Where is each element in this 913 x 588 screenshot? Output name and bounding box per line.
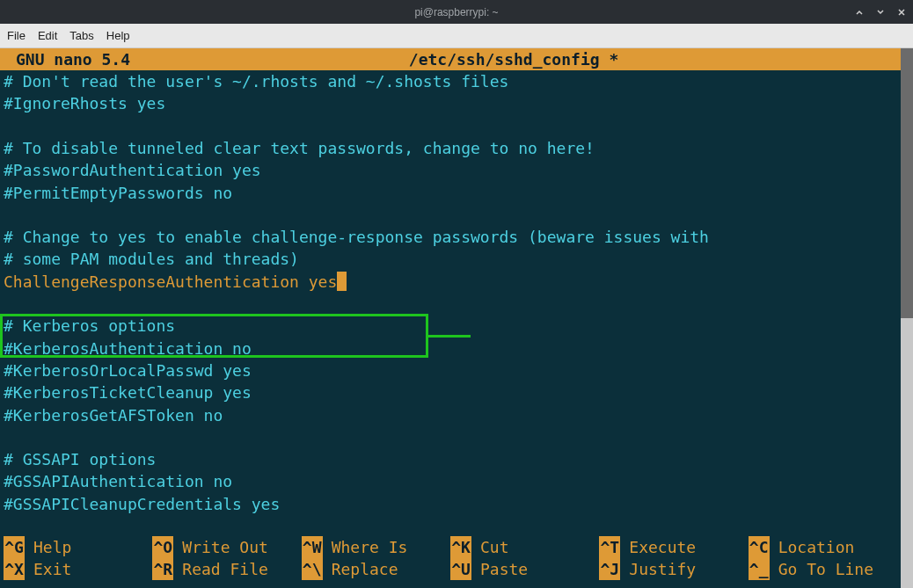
shortcut-key: ^C bbox=[749, 536, 770, 558]
menu-tabs[interactable]: Tabs bbox=[69, 29, 93, 42]
editor-line: #KerberosOrLocalPasswd yes bbox=[4, 359, 909, 381]
window-title: pi@raspberrypi: ~ bbox=[414, 6, 498, 18]
editor-content[interactable]: # Don't read the user's ~/.rhosts and ~/… bbox=[0, 70, 913, 515]
shortcut-key: ^\ bbox=[302, 558, 323, 580]
shortcut-replace: ^\ Replace bbox=[302, 558, 450, 580]
nano-header: GNU nano 5.4 /etc/ssh/sshd_config * bbox=[0, 48, 901, 70]
editor-line-highlighted: ChallengeResponseAuthentication yes bbox=[4, 271, 909, 293]
shortcut-label: Read File bbox=[182, 558, 268, 580]
shortcut-label: Cut bbox=[480, 536, 509, 558]
minimize-icon[interactable] bbox=[853, 6, 866, 18]
editor-line bbox=[4, 115, 909, 137]
editor-line: # Change to yes to enable challenge-resp… bbox=[4, 226, 909, 248]
shortcut-key: ^O bbox=[152, 536, 173, 558]
editor-line bbox=[4, 204, 909, 226]
shortcut-key: ^K bbox=[450, 536, 471, 558]
editor-line: #IgnoreRhosts yes bbox=[4, 92, 909, 114]
close-icon[interactable] bbox=[895, 6, 908, 18]
maximize-icon[interactable] bbox=[874, 6, 887, 18]
menubar: File Edit Tabs Help bbox=[0, 24, 913, 48]
shortcut-help: ^G Help bbox=[4, 536, 152, 558]
titlebar: pi@raspberrypi: ~ bbox=[0, 0, 913, 24]
shortcut-key: ^X bbox=[4, 558, 25, 580]
shortcut-label: Paste bbox=[480, 558, 528, 580]
editor-line: # GSSAPI options bbox=[4, 448, 909, 470]
shortcut-key: ^U bbox=[450, 558, 471, 580]
shortcut-location: ^C Location bbox=[749, 536, 897, 558]
scrollbar[interactable] bbox=[901, 48, 913, 588]
menu-file[interactable]: File bbox=[7, 29, 26, 42]
highlighted-text: ChallengeResponseAuthentication yes bbox=[4, 271, 337, 293]
shortcut-label: Write Out bbox=[182, 536, 268, 558]
window-controls bbox=[853, 6, 908, 18]
editor-line: #GSSAPICleanupCredentials yes bbox=[4, 493, 909, 515]
footer-row-2: ^X Exit ^R Read File ^\ Replace ^U Paste… bbox=[0, 558, 901, 580]
editor-line: # Kerberos options bbox=[4, 315, 909, 337]
shortcut-exit: ^X Exit bbox=[4, 558, 152, 580]
editor-line: # Don't read the user's ~/.rhosts and ~/… bbox=[4, 70, 909, 92]
editor-line: # To disable tunneled clear text passwor… bbox=[4, 137, 909, 159]
menu-edit[interactable]: Edit bbox=[38, 29, 57, 42]
shortcut-justify: ^J Justify bbox=[599, 558, 748, 580]
shortcut-label: Replace bbox=[332, 558, 398, 580]
scrollbar-thumb[interactable] bbox=[901, 48, 913, 318]
editor-line: #KerberosGetAFSToken no bbox=[4, 403, 909, 425]
shortcut-label: Exit bbox=[33, 558, 71, 580]
shortcut-key: ^W bbox=[302, 536, 323, 558]
nano-footer: ^G Help ^O Write Out ^W Where Is ^K Cut … bbox=[0, 536, 901, 580]
shortcut-key: ^J bbox=[599, 558, 620, 580]
shortcut-key: ^G bbox=[4, 536, 25, 558]
nano-version: GNU nano 5.4 bbox=[4, 48, 130, 70]
nano-filename: /etc/ssh/sshd_config * bbox=[130, 48, 897, 70]
shortcut-gotoline: ^_ Go To Line bbox=[749, 558, 897, 580]
shortcut-whereis: ^W Where Is bbox=[302, 536, 450, 558]
editor-line: #KerberosTicketCleanup yes bbox=[4, 381, 909, 403]
editor-line: #GSSAPIAuthentication no bbox=[4, 470, 909, 492]
shortcut-execute: ^T Execute bbox=[599, 536, 748, 558]
shortcut-key: ^R bbox=[152, 558, 173, 580]
shortcut-writeout: ^O Write Out bbox=[152, 536, 301, 558]
editor-line: # some PAM modules and threads) bbox=[4, 248, 909, 270]
shortcut-label: Execute bbox=[629, 536, 696, 558]
editor-line: #PasswordAuthentication yes bbox=[4, 159, 909, 181]
shortcut-key: ^T bbox=[599, 536, 620, 558]
shortcut-label: Justify bbox=[629, 558, 696, 580]
editor-line: #KerberosAuthentication no bbox=[4, 338, 909, 359]
shortcut-label: Location bbox=[778, 536, 855, 558]
shortcut-paste: ^U Paste bbox=[450, 558, 599, 580]
editor-line bbox=[4, 293, 909, 315]
shortcut-label: Go To Line bbox=[778, 558, 873, 580]
shortcut-readfile: ^R Read File bbox=[152, 558, 301, 580]
shortcut-cut: ^K Cut bbox=[450, 536, 599, 558]
editor-line: #PermitEmptyPasswords no bbox=[4, 181, 909, 203]
shortcut-label: Where Is bbox=[332, 536, 408, 558]
terminal[interactable]: GNU nano 5.4 /etc/ssh/sshd_config * # Do… bbox=[0, 48, 913, 588]
shortcut-key: ^_ bbox=[749, 558, 770, 580]
footer-row-1: ^G Help ^O Write Out ^W Where Is ^K Cut … bbox=[0, 536, 901, 558]
editor-line bbox=[4, 426, 909, 448]
cursor bbox=[337, 272, 347, 291]
shortcut-label: Help bbox=[33, 536, 71, 558]
menu-help[interactable]: Help bbox=[106, 29, 130, 42]
